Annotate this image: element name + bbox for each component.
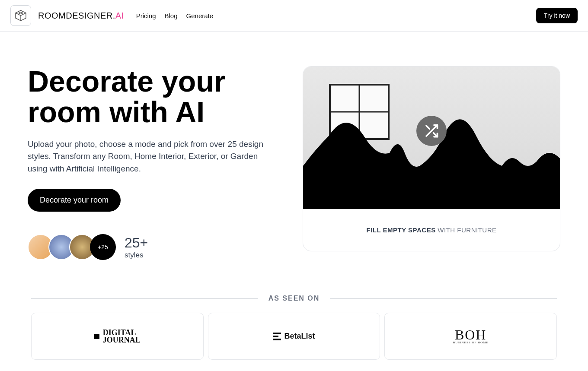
decorate-room-button[interactable]: Decorate your room xyxy=(28,189,121,212)
boh-text: BOH xyxy=(453,329,489,341)
digital-journal-logo: DIGITAL JOURNAL xyxy=(94,329,141,344)
mountains-graphic xyxy=(303,97,560,209)
dj-line2: JOURNAL xyxy=(103,336,141,344)
as-seen-heading: AS SEEN ON xyxy=(268,295,320,302)
styles-count: 25+ styles xyxy=(125,235,148,260)
nav-pricing[interactable]: Pricing xyxy=(136,12,156,19)
brand-ai: AI xyxy=(115,11,124,20)
cube-logo-icon xyxy=(14,9,28,22)
hamburger-icon xyxy=(273,333,281,340)
press-logo-boh[interactable]: BOH BUSINESS OF HOME xyxy=(384,313,557,360)
brand-main: ROOMDESIGNER. xyxy=(38,11,115,20)
boh-logo: BOH BUSINESS OF HOME xyxy=(453,329,489,344)
betalist-text: BetaList xyxy=(284,332,315,341)
boh-subtitle: BUSINESS OF HOME xyxy=(453,341,489,344)
betalist-logo: BetaList xyxy=(273,332,315,341)
preview-card: FILL EMPTY SPACES WITH FURNITURE xyxy=(303,66,560,251)
styles-row: +25 25+ styles xyxy=(28,234,285,260)
square-icon xyxy=(94,334,99,339)
hero-right: FILL EMPTY SPACES WITH FURNITURE xyxy=(303,66,560,260)
nav-blog[interactable]: Blog xyxy=(165,12,178,19)
hero-subtitle: Upload your photo, choose a mode and pic… xyxy=(28,138,278,175)
shuffle-icon[interactable] xyxy=(416,116,447,146)
preview-image xyxy=(303,67,560,209)
as-seen-logos: DIGITAL JOURNAL BetaList BOH BUSINESS OF… xyxy=(31,313,557,360)
nav-links: Pricing Blog Generate xyxy=(136,12,213,19)
try-it-now-button[interactable]: Try it now xyxy=(536,8,578,23)
style-avatar-more[interactable]: +25 xyxy=(90,234,116,260)
as-seen-header: AS SEEN ON xyxy=(31,295,557,302)
styles-number: 25+ xyxy=(125,235,148,251)
hero-title: Decorate your room with AI xyxy=(28,66,285,128)
caption-bold: FILL EMPTY SPACES xyxy=(366,226,435,234)
press-logo-digital-journal[interactable]: DIGITAL JOURNAL xyxy=(31,313,204,360)
hero-left: Decorate your room with AI Upload your p… xyxy=(28,66,285,260)
brand-name[interactable]: ROOMDESIGNER.AI xyxy=(38,11,124,21)
nav-generate[interactable]: Generate xyxy=(186,12,214,19)
hero-section: Decorate your room with AI Upload your p… xyxy=(0,32,588,277)
styles-label: styles xyxy=(125,251,148,260)
logo[interactable] xyxy=(10,5,31,26)
preview-caption: FILL EMPTY SPACES WITH FURNITURE xyxy=(303,209,560,251)
caption-light: WITH FURNITURE xyxy=(436,226,497,234)
divider-left xyxy=(31,298,258,299)
header-left: ROOMDESIGNER.AI Pricing Blog Generate xyxy=(10,5,213,26)
press-logo-betalist[interactable]: BetaList xyxy=(208,313,380,360)
as-seen-section: AS SEEN ON DIGITAL JOURNAL BetaList xyxy=(0,277,588,360)
header: ROOMDESIGNER.AI Pricing Blog Generate Tr… xyxy=(0,0,588,32)
style-avatars: +25 xyxy=(28,234,116,260)
divider-right xyxy=(330,298,557,299)
